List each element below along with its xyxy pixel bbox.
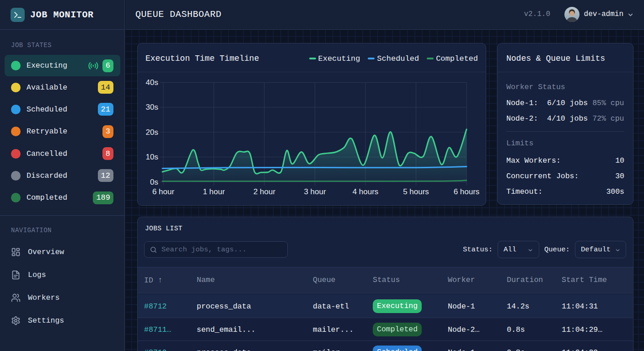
svg-text:6 hour: 6 hour — [152, 187, 175, 196]
svg-text:40s: 40s — [146, 78, 158, 87]
svg-text:5 hours: 5 hours — [403, 187, 429, 196]
svg-text:1 hour: 1 hour — [203, 187, 225, 196]
svg-text:3 hour: 3 hour — [304, 187, 326, 196]
svg-text:10s: 10s — [146, 153, 158, 161]
svg-text:0s: 0s — [150, 178, 158, 186]
svg-text:30s: 30s — [146, 103, 158, 112]
svg-text:4 hours: 4 hours — [353, 187, 379, 196]
svg-text:6 hours: 6 hours — [454, 187, 480, 196]
svg-text:2 hour: 2 hour — [253, 187, 276, 196]
svg-text:20s: 20s — [146, 128, 158, 137]
